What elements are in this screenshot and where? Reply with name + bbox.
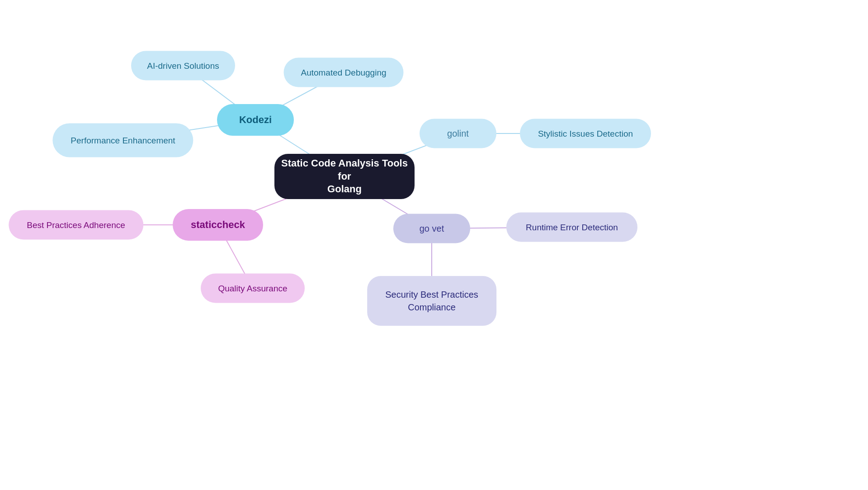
center-node: Static Code Analysis Tools forGolang bbox=[274, 154, 415, 199]
security-label: Security Best PracticesCompliance bbox=[385, 288, 478, 314]
performance-label: Performance Enhancement bbox=[71, 135, 175, 145]
runtime-error-node: Runtime Error Detection bbox=[506, 213, 637, 242]
quality-assurance-node: Quality Assurance bbox=[201, 274, 305, 303]
stylistic-label: Stylistic Issues Detection bbox=[538, 128, 633, 138]
center-label: Static Code Analysis Tools forGolang bbox=[274, 157, 415, 196]
automated-debugging-label: Automated Debugging bbox=[301, 67, 386, 77]
quality-label: Quality Assurance bbox=[218, 283, 287, 293]
ai-driven-label: AI-driven Solutions bbox=[147, 61, 219, 71]
performance-enhancement-node: Performance Enhancement bbox=[52, 124, 193, 157]
kodezi-label: Kodezi bbox=[239, 114, 272, 126]
ai-driven-node: AI-driven Solutions bbox=[131, 51, 235, 81]
best-practices-node: Best Practices Adherence bbox=[9, 210, 143, 240]
runtime-label: Runtime Error Detection bbox=[526, 222, 618, 232]
govet-label: go vet bbox=[420, 224, 444, 234]
govet-node: go vet bbox=[393, 214, 470, 243]
staticcheck-node: staticcheck bbox=[173, 209, 263, 241]
security-compliance-node: Security Best PracticesCompliance bbox=[367, 276, 496, 326]
stylistic-issues-node: Stylistic Issues Detection bbox=[520, 119, 651, 148]
mind-map-svg bbox=[0, 0, 868, 490]
best-practices-label: Best Practices Adherence bbox=[27, 220, 125, 230]
automated-debugging-node: Automated Debugging bbox=[284, 58, 404, 87]
staticcheck-label: staticcheck bbox=[191, 219, 245, 231]
golint-label: golint bbox=[447, 128, 469, 139]
golint-node: golint bbox=[420, 119, 496, 148]
kodezi-node: Kodezi bbox=[217, 104, 294, 136]
